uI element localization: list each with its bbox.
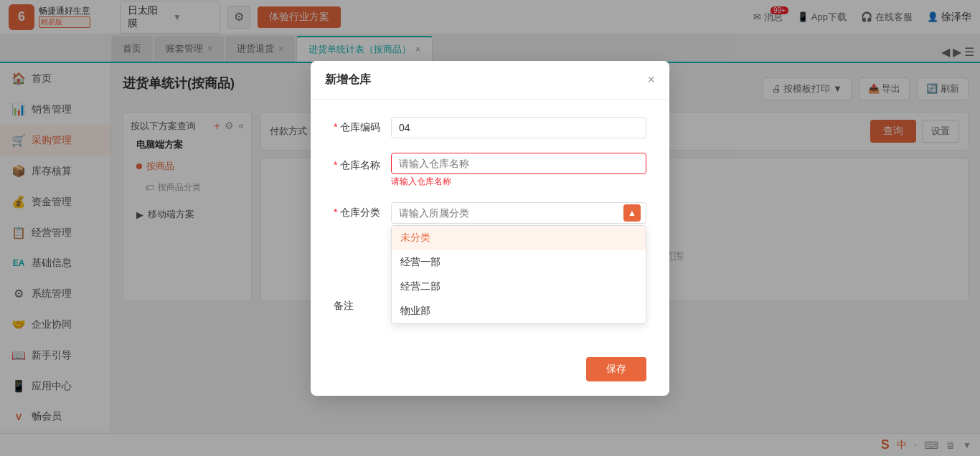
modal-overlay[interactable]: 新增仓库 × 仓库编码 仓库名称 请输入仓库名称 仓库分类	[0, 0, 980, 456]
category-select-wrap: ▲ 未分类 经营一部 经营二部 物业部	[391, 202, 646, 224]
category-field-row: 仓库分类 ▲ 未分类 经营一部 经营二部 物业部	[334, 202, 646, 224]
dropdown-item-1[interactable]: 经营一部	[392, 250, 646, 275]
arrow-up-icon: ▲	[628, 208, 636, 218]
name-label: 仓库名称	[334, 155, 391, 172]
modal-body: 仓库编码 仓库名称 请输入仓库名称 仓库分类 ▲	[311, 100, 669, 348]
save-button[interactable]: 保存	[586, 357, 646, 381]
name-field-row: 仓库名称 请输入仓库名称	[334, 153, 646, 188]
dropdown-item-2[interactable]: 经营二部	[392, 275, 646, 299]
dropdown-item-0[interactable]: 未分类	[392, 226, 646, 250]
modal-footer: 保存	[311, 348, 669, 396]
name-input[interactable]	[391, 153, 646, 174]
code-field-row: 仓库编码	[334, 117, 646, 138]
modal-close-btn[interactable]: ×	[647, 73, 655, 86]
category-input[interactable]	[391, 202, 646, 224]
code-input[interactable]	[391, 117, 646, 138]
category-dropdown: 未分类 经营一部 经营二部 物业部	[391, 225, 646, 324]
name-error-msg: 请输入仓库名称	[391, 176, 451, 186]
dropdown-item-3[interactable]: 物业部	[392, 299, 646, 323]
category-arrow-btn[interactable]: ▲	[623, 204, 641, 222]
modal-title: 新增仓库	[325, 72, 371, 87]
category-label: 仓库分类	[334, 202, 391, 219]
modal-header: 新增仓库 ×	[311, 61, 669, 100]
code-label: 仓库编码	[334, 117, 391, 134]
new-warehouse-modal: 新增仓库 × 仓库编码 仓库名称 请输入仓库名称 仓库分类	[311, 61, 669, 396]
note-label: 备注	[334, 295, 391, 313]
